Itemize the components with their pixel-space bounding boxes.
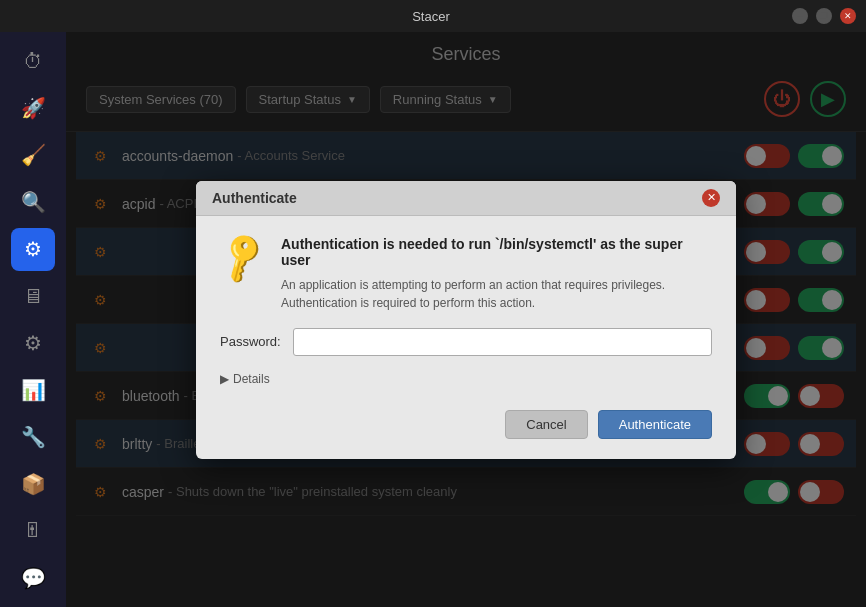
password-input[interactable] bbox=[293, 328, 712, 356]
modal-heading: Authentication is needed to run `/bin/sy… bbox=[281, 236, 712, 268]
authenticate-dialog: Authenticate ✕ 🔑 Authentication is neede… bbox=[196, 181, 736, 459]
sidebar-item-charts[interactable]: 📊 bbox=[11, 368, 55, 411]
sidebar-item-search[interactable]: 🔍 bbox=[11, 181, 55, 224]
sidebar-item-packages[interactable]: 📦 bbox=[11, 462, 55, 505]
key-icon: 🔑 bbox=[213, 227, 273, 286]
sidebar: ⏱ 🚀 🧹 🔍 ⚙ 🖥 ⚙ 📊 🔧 📦 🎚 💬 bbox=[0, 32, 66, 607]
modal-actions: Cancel Authenticate bbox=[220, 402, 712, 439]
password-label: Password: bbox=[220, 334, 281, 349]
main-layout: ⏱ 🚀 🧹 🔍 ⚙ 🖥 ⚙ 📊 🔧 📦 🎚 💬 Services System … bbox=[0, 32, 866, 607]
close-button[interactable]: ✕ bbox=[840, 8, 856, 24]
modal-title: Authenticate bbox=[212, 190, 297, 206]
modal-key-section: 🔑 Authentication is needed to run `/bin/… bbox=[220, 236, 712, 312]
modal-description: An application is attempting to perform … bbox=[281, 276, 712, 312]
sidebar-item-resources[interactable]: ⚙ bbox=[11, 322, 55, 365]
modal-overlay: Authenticate ✕ 🔑 Authentication is neede… bbox=[66, 32, 866, 607]
title-bar: Stacer – ❐ ✕ bbox=[0, 0, 866, 32]
details-chevron-icon: ▶ bbox=[220, 372, 229, 386]
sidebar-item-mixer[interactable]: 🎚 bbox=[11, 509, 55, 552]
sidebar-item-services[interactable]: ⚙ bbox=[11, 228, 55, 271]
modal-password-row: Password: bbox=[220, 328, 712, 356]
modal-body: 🔑 Authentication is needed to run `/bin/… bbox=[196, 216, 736, 459]
window-title: Stacer bbox=[70, 9, 792, 24]
modal-details-section: ▶ Details bbox=[220, 372, 712, 386]
minimize-button[interactable]: – bbox=[792, 8, 808, 24]
authenticate-button[interactable]: Authenticate bbox=[598, 410, 712, 439]
restore-button[interactable]: ❐ bbox=[816, 8, 832, 24]
modal-close-button[interactable]: ✕ bbox=[702, 189, 720, 207]
sidebar-item-apps[interactable]: 🧹 bbox=[11, 134, 55, 177]
sidebar-item-tools[interactable]: 🔧 bbox=[11, 415, 55, 458]
details-label: Details bbox=[233, 372, 270, 386]
details-toggle[interactable]: ▶ Details bbox=[220, 372, 712, 386]
content-area: Services System Services (70) Startup St… bbox=[66, 32, 866, 607]
sidebar-item-dashboard[interactable]: ⏱ bbox=[11, 40, 55, 83]
modal-text-block: Authentication is needed to run `/bin/sy… bbox=[281, 236, 712, 312]
sidebar-item-startup[interactable]: 🚀 bbox=[11, 87, 55, 130]
sidebar-item-uninstaller[interactable]: 🖥 bbox=[11, 275, 55, 318]
app-window: Stacer – ❐ ✕ ⏱ 🚀 🧹 🔍 ⚙ 🖥 ⚙ 📊 🔧 📦 🎚 💬 Ser… bbox=[0, 0, 866, 607]
modal-header: Authenticate ✕ bbox=[196, 181, 736, 216]
cancel-button[interactable]: Cancel bbox=[505, 410, 587, 439]
window-controls: – ❐ ✕ bbox=[792, 8, 856, 24]
sidebar-item-terminal[interactable]: 💬 bbox=[11, 556, 55, 599]
